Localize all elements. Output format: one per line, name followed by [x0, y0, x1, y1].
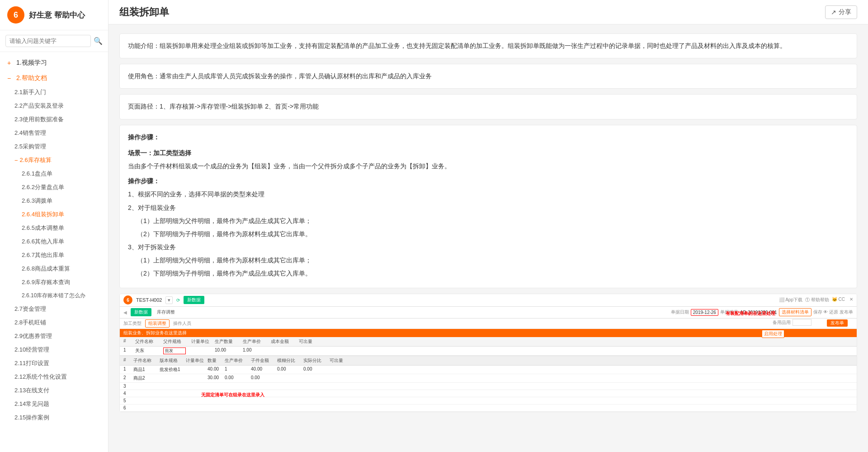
td-parent-spec-1: 批发	[163, 347, 186, 354]
sidebar-item-other-out[interactable]: 2.6.7其他出库单	[0, 248, 108, 262]
td-prod-qty-1: 10.00	[215, 347, 237, 354]
th-avail: 可出量	[299, 338, 317, 345]
th-prod-price: 生产单价	[243, 338, 265, 345]
content-area: 功能介绍：组装拆卸单用来处理企业组装或拆卸等加工业务，支持有固定装配清单的产品加…	[108, 24, 868, 452]
mock-select-btn[interactable]: 选择材料清单	[779, 308, 811, 316]
mock-company: TEST-H002	[136, 297, 162, 303]
sidebar-item-stock-error[interactable]: 2.6.10库存账本错了怎么办	[0, 289, 108, 302]
mock-table-row-1: 1 关东 批发 10.00 1.00	[120, 347, 857, 356]
sidebar-item-adjust[interactable]: 2.6.3调拨单	[0, 194, 108, 208]
sidebar-item-purchase[interactable]: 2.5采购管理	[0, 140, 108, 153]
sth-avail: 可出量	[330, 357, 348, 364]
mock-topbar: 6 TEST-H002 ▾ ⟳ 新数据 ⬜ App下载 ① 帮助帮助 🐱 CC …	[120, 294, 857, 307]
sidebar-item-inventory[interactable]: − 2.6库存核算	[0, 153, 108, 167]
sth-unit: 计量单位	[186, 357, 204, 364]
sth-num: #	[123, 357, 130, 364]
sidebar-item-faq[interactable]: 2.14常见问题	[0, 397, 108, 411]
sidebar-item-newbie[interactable]: 2.1新手入门	[0, 86, 108, 99]
sidebar-item-online-pay[interactable]: 2.13在线支付	[0, 384, 108, 397]
th-parent-name: 父件名称	[135, 338, 158, 345]
sidebar-item-data[interactable]: 2.3使用前数据准备	[0, 113, 108, 126]
td-parent-name-1: 关东	[135, 347, 158, 354]
screenshot-inner: 6 TEST-H002 ▾ ⟳ 新数据 ⬜ App下载 ① 帮助帮助 🐱 CC …	[120, 294, 857, 412]
topbar: 组装拆卸单 ↗ 分享	[108, 0, 868, 24]
mock-tab-new[interactable]: 新数据	[131, 308, 151, 316]
mock-nav-left: ◀	[123, 310, 127, 315]
role-text: 使用角色：通常由生产人员或库管人员完成拆装业务的操作，库管人员确认原材料的出库和…	[128, 71, 849, 82]
sidebar-item-ops[interactable]: 2.10经营管理	[0, 343, 108, 357]
sidebar-item-cases[interactable]: 2.15操作案例	[0, 411, 108, 424]
sidebar-item-print[interactable]: 2.11打印设置	[0, 357, 108, 370]
mock-field-row: 加工类型 组装调整 操作人员 有装配清单的在这里处理 备用品用 发布单	[120, 319, 857, 329]
sidebar-item-stock-check[interactable]: 2.6.9库存账本查询	[0, 276, 108, 289]
mock-close-icon: ✕	[849, 297, 853, 303]
step3-1: （1）上部明细为父件明细，最终作为原材料生成其它出库单；	[137, 255, 849, 266]
search-bar: 🔍	[0, 30, 108, 52]
mock-sync-icon: ⟳	[176, 298, 180, 303]
sidebar-item-assemble[interactable]: 2.6.4组装拆卸单	[0, 208, 108, 221]
mock-sub-row-1: 1 商品1 批发价格1 40.00 1 40.00 0.00 0.00	[120, 366, 857, 374]
step2: 2、对于组装业务	[128, 202, 849, 214]
mock-sub-row-5: 5	[120, 397, 857, 404]
mock-sub-row-4: 4	[120, 390, 857, 397]
mock-submit-btn[interactable]: 发布单	[827, 319, 848, 327]
minus-icon-inventory: −	[14, 157, 18, 164]
sidebar-item-sales[interactable]: 2.4销售管理	[0, 126, 108, 140]
mock-logo: 6	[123, 295, 132, 305]
mock-sub-header: # 子件名称 版本规格 计量单位 数量 生产单价 子件金额 模糊分比 实际分比 …	[120, 356, 857, 366]
intro-text: 功能介绍：组装拆卸单用来处理企业组装或拆卸等加工业务，支持有固定装配清单的产品加…	[128, 40, 849, 52]
mock-icon-cc: 🐱 CC	[832, 297, 845, 303]
share-button[interactable]: ↗ 分享	[825, 5, 857, 19]
sth-qty: 数量	[208, 357, 221, 364]
main-content: 组装拆卸单 ↗ 分享 功能介绍：组装拆卸单用来处理企业组装或拆卸等加工业务，支持…	[108, 0, 868, 452]
sidebar-item-personalize[interactable]: 2.12系统个性化设置	[0, 370, 108, 384]
steps-block: 操作步骤： 场景一：加工类型选择 当由多个子件材料组装成一个成品的业务为【组装】…	[119, 125, 857, 288]
td-unit-1	[191, 347, 209, 354]
nav-section-video: + 1.视频学习	[0, 56, 108, 70]
sidebar-item-stocktake[interactable]: 2.6.1盘点单	[0, 167, 108, 181]
logo-text: 好生意 帮助中心	[29, 10, 85, 20]
sidebar-logo: 6 好生意 帮助中心	[0, 0, 108, 30]
mock-orange-bar: 组装业务、拆卸业务在这里选择 启用处理	[120, 329, 857, 337]
plus-icon: +	[7, 59, 14, 67]
logo-icon: 6	[7, 6, 24, 24]
step3-2: （2）下部明细为子件明细，最终作为产成品生成其它入库单。	[137, 268, 849, 279]
sth-fuzzy: 模糊分比	[277, 357, 300, 364]
sidebar-item-video[interactable]: + 1.视频学习	[0, 56, 108, 70]
td-avail-1	[299, 347, 317, 354]
th-cost-amount: 成本金额	[271, 338, 293, 345]
search-input[interactable]	[5, 35, 91, 47]
mock-label-op: 操作人员	[173, 320, 191, 327]
mock-type-val: 组装调整	[145, 319, 170, 328]
minus-icon: −	[7, 75, 14, 82]
sth-version: 版本规格	[160, 357, 182, 364]
sidebar-item-mobile[interactable]: 2.8手机旺铺	[0, 316, 108, 329]
mock-sub-row-3: 3	[120, 383, 857, 390]
search-icon[interactable]: 🔍	[94, 37, 103, 45]
nav-section-help: − 2.帮助文档 2.1新手入门 2.2产品安装及登录 2.3使用前数据准备 2…	[0, 71, 108, 424]
step3: 3、对于拆装业务	[128, 242, 849, 253]
mock-top-icons: ⬜ App下载 ① 帮助帮助 🐱 CC ✕	[779, 297, 853, 303]
sidebar-item-cost-recalc[interactable]: 2.6.8商品成本重算	[0, 262, 108, 276]
steps-heading2: 操作步骤：	[128, 176, 849, 187]
sth-actual: 实际分比	[303, 357, 326, 364]
mock-window: 6 TEST-H002 ▾ ⟳ 新数据 ⬜ App下载 ① 帮助帮助 🐱 CC …	[120, 294, 857, 412]
sidebar-item-split[interactable]: 2.6.2分量盘点单	[0, 181, 108, 194]
sidebar-item-install[interactable]: 2.2产品安装及登录	[0, 99, 108, 113]
mock-dropdown: ▾	[165, 296, 173, 304]
td-num-1: 1	[123, 347, 130, 354]
sidebar-item-cost[interactable]: 2.6.5成本调整单	[0, 221, 108, 235]
sidebar-item-coupon[interactable]: 2.9优惠券管理	[0, 329, 108, 343]
th-num: #	[123, 338, 130, 345]
sth-child-amt: 子件金额	[251, 357, 274, 364]
th-prod-qty: 生产数量	[215, 338, 237, 345]
sidebar-item-other-in[interactable]: 2.6.6其他入库单	[0, 235, 108, 248]
mock-table-header: # 父件名称 父件规格 计量单位 生产数量 生产单价 成本金额 可出量	[120, 337, 857, 347]
sidebar-item-capital[interactable]: 2.7资金管理	[0, 302, 108, 316]
page-title: 组装拆卸单	[119, 5, 169, 19]
mock-action-icons: 保存 👁 还原 发布单	[813, 309, 853, 315]
mock-tab-adjust[interactable]: 库存调整	[153, 308, 179, 316]
th-parent-spec: 父件规格	[163, 338, 186, 345]
sidebar-item-help[interactable]: − 2.帮助文档	[0, 71, 108, 86]
scene1-desc: 当由多个子件材料组装成一个成品的业务为【组装】业务，当由一个父件拆分成多个子产品…	[128, 161, 849, 172]
